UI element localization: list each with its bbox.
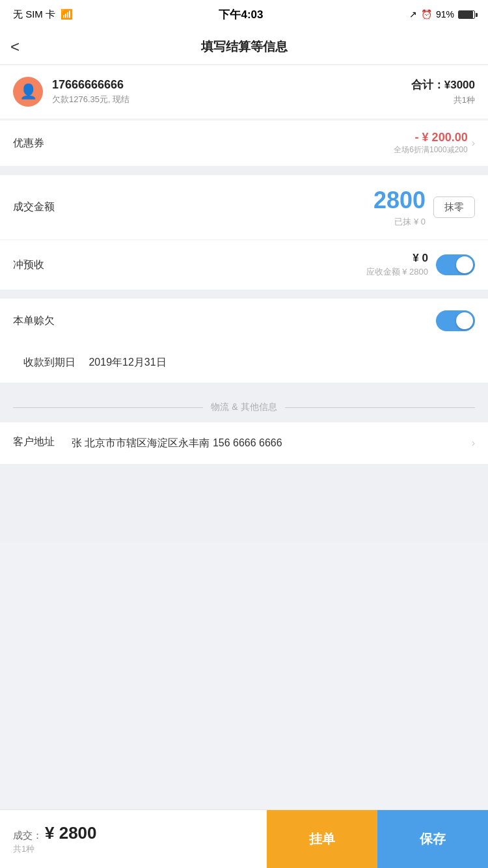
user-total: 合计：¥3000 共1种 [411, 77, 475, 106]
battery-icon [458, 10, 475, 19]
location-icon: ↗ [409, 9, 417, 20]
advance-toggle[interactable] [436, 254, 475, 275]
section-header-line: 物流 & 其他信息 [13, 401, 475, 413]
battery-percent: 91% [436, 9, 454, 20]
coupon-chevron-icon: › [472, 137, 475, 149]
carrier-text: 无 SIM 卡 [13, 8, 55, 21]
address-row[interactable]: 客户地址 张 北京市市辖区海淀区永丰南 156 6666 6666 › [0, 422, 488, 464]
alarm-icon: ⏰ [421, 9, 432, 20]
main-content: 👤 17666666666 欠款1276.35元, 现结 合计：¥3000 共1… [0, 65, 488, 542]
due-date-content: 收款到期日 2019年12月31日 [13, 356, 475, 370]
coupon-amount: - ¥ 200.00 [394, 131, 467, 144]
debt-row: 本单赊欠 [0, 299, 488, 343]
divider-2 [0, 290, 488, 299]
save-button[interactable]: 保存 [377, 810, 488, 869]
debt-right [436, 310, 475, 331]
total-label: 合计：¥3000 [411, 77, 475, 92]
debt-toggle[interactable] [436, 310, 475, 331]
battery-fill [459, 11, 473, 18]
footer-deal-label: 成交： [13, 830, 42, 842]
user-left: 👤 17666666666 欠款1276.35元, 现结 [13, 77, 129, 107]
nav-bar: < 填写结算等信息 [0, 29, 488, 65]
due-date-row: 收款到期日 2019年12月31日 [0, 343, 488, 383]
advance-row: 冲预收 ¥ 0 应收金额 ¥ 2800 [0, 240, 488, 290]
hold-button[interactable]: 挂单 [267, 810, 377, 869]
address-chevron-icon: › [472, 437, 475, 449]
page-title: 填写结算等信息 [201, 38, 288, 55]
address-label: 客户地址 [13, 435, 59, 449]
advance-desc: 应收金额 ¥ 2800 [366, 266, 428, 278]
user-card: 👤 17666666666 欠款1276.35元, 现结 合计：¥3000 共1… [0, 65, 488, 118]
wifi-icon: 📶 [61, 8, 73, 20]
round-button[interactable]: 抹零 [433, 197, 475, 218]
address-content: 张 北京市市辖区海淀区永丰南 156 6666 6666 [72, 435, 472, 451]
transaction-right: 2800 已抹 ¥ 0 抹零 [373, 187, 475, 228]
due-date-label: 收款到期日 [23, 357, 75, 368]
debt-section: 本单赊欠 [0, 299, 488, 343]
status-bar: 无 SIM 卡 📶 下午4:03 ↗ ⏰ 91% [0, 0, 488, 29]
debt-label: 本单赊欠 [13, 314, 55, 328]
transaction-sub: 已抹 ¥ 0 [373, 216, 426, 228]
status-time: 下午4:03 [219, 7, 263, 22]
transaction-amount-row: 成交金额 2800 已抹 ¥ 0 抹零 [0, 175, 488, 240]
count-label: 共1种 [411, 94, 475, 106]
advance-label: 冲预收 [13, 258, 44, 272]
coupon-row[interactable]: 优惠券 - ¥ 200.00 全场6折满1000减200 › [0, 120, 488, 166]
user-info: 17666666666 欠款1276.35元, 现结 [52, 78, 129, 105]
avatar-icon: 👤 [20, 83, 37, 100]
divider-1 [0, 166, 488, 175]
transaction-label: 成交金额 [13, 200, 55, 214]
advance-info: ¥ 0 应收金额 ¥ 2800 [366, 252, 428, 278]
user-phone: 17666666666 [52, 78, 129, 92]
status-right: ↗ ⏰ 91% [409, 9, 475, 20]
divider-3 [0, 383, 488, 392]
footer-count: 共1种 [13, 843, 254, 855]
avatar: 👤 [13, 77, 43, 107]
advance-amount: ¥ 0 [413, 252, 428, 265]
advance-right: ¥ 0 应收金额 ¥ 2800 [366, 252, 475, 278]
footer: 成交： ¥ 2800 共1种 挂单 保存 [0, 809, 488, 868]
transaction-amount-value: 2800 [373, 187, 426, 214]
footer-info: 成交： ¥ 2800 共1种 [0, 823, 267, 855]
due-date-value: 2019年12月31日 [88, 357, 166, 368]
coupon-label: 优惠券 [13, 137, 44, 150]
back-button[interactable]: < [10, 38, 20, 56]
coupon-desc: 全场6折满1000减200 [394, 144, 467, 156]
logistics-section-header: 物流 & 其他信息 [0, 392, 488, 422]
bottom-spacer [0, 464, 488, 542]
transaction-section: 成交金额 2800 已抹 ¥ 0 抹零 冲预收 ¥ 0 应收金额 ¥ 2800 [0, 175, 488, 290]
section-header-text: 物流 & 其他信息 [211, 401, 277, 413]
user-subtext: 欠款1276.35元, 现结 [52, 94, 129, 105]
coupon-right: - ¥ 200.00 全场6折满1000减200 › [394, 131, 475, 156]
status-left: 无 SIM 卡 📶 [13, 8, 73, 21]
footer-amount: ¥ 2800 [45, 823, 97, 843]
